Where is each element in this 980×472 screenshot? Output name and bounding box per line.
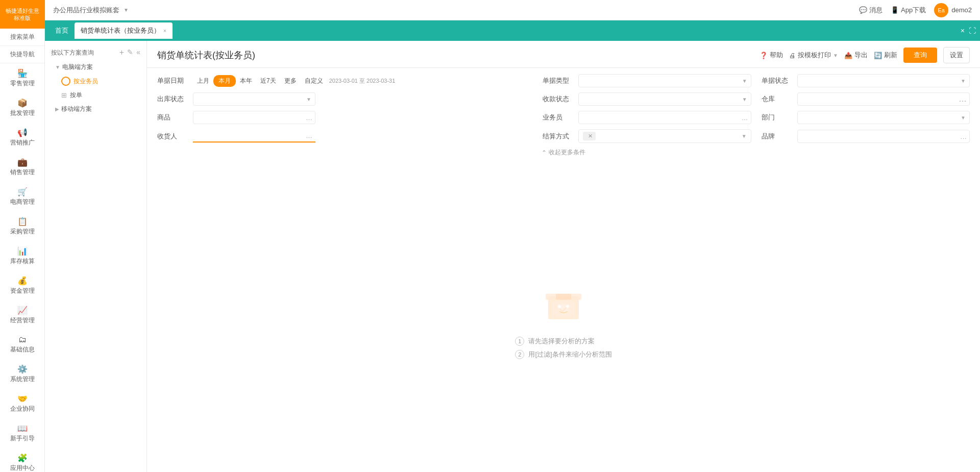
date-btn-more[interactable]: 更多 [280,75,301,87]
tab-home[interactable]: 首页 [49,22,75,39]
out-status-select[interactable] [193,92,315,106]
department-select[interactable] [797,111,970,124]
out-status-label: 出库状态 [157,95,193,104]
recipient-control: … [193,130,315,143]
tree-arrow-pc: ▼ [55,64,60,70]
enterprise-icon: 🤝 [17,394,28,404]
template-print-button[interactable]: 🖨 按模板打印 ▼ [789,51,838,60]
sidebar-quick-nav[interactable]: 快捷导航 [0,46,44,63]
export-button[interactable]: 📤 导出 [844,51,868,60]
sidebar-item-newbie[interactable]: 📖 新手引导 [0,418,44,448]
brand-dots[interactable]: … [960,132,967,140]
recipient-input[interactable] [193,130,315,143]
sidebar-item-inventory[interactable]: 📊 库存核算 [0,241,44,271]
filter-doc-type: 单据类型 ▼ [543,74,751,87]
date-btn-7days[interactable]: 近7天 [256,75,280,87]
logo-subtext: 标准版 [14,14,31,21]
sidebar-item-purchase-label: 采购管理 [10,227,35,236]
tree-arrow-mobile: ▶ [55,106,59,112]
sidebar-item-finance[interactable]: 💰 资金管理 [0,271,44,300]
refresh-button[interactable]: 🔄 刷新 [874,51,897,60]
collapse-button[interactable]: ⌃ 收起更多条件 [157,148,970,157]
tab-active[interactable]: 销货单统计表（按业务员） × [75,22,173,39]
tree-item-pc[interactable]: ▼ 电脑端方案 [45,60,146,74]
tree-item-mobile[interactable]: ▶ 移动端方案 [45,102,146,116]
filter-row-3: 商品 … 业务员 … 部门 [157,111,970,124]
main: 办公用品行业模拟账套 ▼ 💬 消息 📱 App下载 Ea demo2 首页 [45,0,980,472]
ecommerce-icon: 🛒 [17,187,28,197]
tab-bar: 首页 销货单统计表（按业务员） × × ⛶ [45,20,980,41]
filter-date: 单据日期 上月 本月 本年 近7天 更多 自定义 2023-03-01 至 20… [157,75,532,87]
sidebar-item-enterprise[interactable]: 🤝 企业协同 [0,389,44,418]
page-title: 销货单统计表(按业务员) [157,49,255,61]
date-btn-this-month[interactable]: 本月 [213,75,236,87]
sidebar-item-newbie-label: 新手引导 [10,434,35,443]
warehouse-input[interactable] [797,92,970,106]
sidebar-item-sales[interactable]: 💼 销售管理 [0,152,44,182]
recipient-label: 收货人 [157,132,193,141]
collapse-chevron: ⌃ [542,149,547,156]
sidebar-item-marketing[interactable]: 📢 营销推广 [0,123,44,152]
sidebar-item-purchase[interactable]: 📋 采购管理 [0,211,44,241]
sidebar-item-ecommerce[interactable]: 🛒 电商管理 [0,182,44,211]
add-scheme-button[interactable]: + [119,48,124,57]
payment-label: 结算方式 [543,132,578,141]
tree-child-order[interactable]: ⊞ 按单 [57,88,146,102]
collapse-panel-button[interactable]: « [136,48,140,57]
sidebar: 畅捷通好生意 标准版 搜索菜单 快捷导航 🏪 零售管理 📦 批发管理 📢 营销推… [0,0,45,472]
goods-control: … [193,111,315,124]
newbie-icon: 📖 [17,423,28,433]
goods-dots[interactable]: … [306,114,312,122]
filter-out-status: 出库状态 ▼ [157,92,532,106]
sidebar-item-basic[interactable]: 🗂 基础信息 [0,330,44,359]
settings-button[interactable]: 设置 [943,47,970,63]
doc-type-label: 单据类型 [543,76,578,85]
brand-input[interactable] [797,130,970,143]
filter-receive-status: 收款状态 ▼ [543,92,751,106]
user-menu[interactable]: Ea demo2 [934,3,972,17]
payment-tag-remove[interactable]: ✕ [588,133,593,139]
filter-row-1: 单据日期 上月 本月 本年 近7天 更多 自定义 2023-03-01 至 20… [157,74,970,87]
doc-type-select[interactable] [578,74,751,87]
dropdown-icon[interactable]: ▼ [124,7,129,13]
date-btn-custom[interactable]: 自定义 [301,75,327,87]
warehouse-label: 仓库 [762,95,797,104]
tip-num-1: 1 [515,337,524,346]
sidebar-item-apps[interactable]: 🧩 应用中心 [0,448,44,472]
date-btn-last-month[interactable]: 上月 [193,75,213,87]
edit-scheme-button[interactable]: ✎ [127,48,133,57]
department-control: ▼ [797,111,970,124]
salesperson-dots[interactable]: … [742,114,748,122]
sidebar-item-system[interactable]: ⚙️ 系统管理 [0,359,44,389]
sidebar-item-operation[interactable]: 📈 经营管理 [0,300,44,330]
svg-rect-4 [553,301,574,316]
content: 按以下方案查询 + ✎ « ▼ 电脑端方案 按业务员 [45,41,980,472]
help-button[interactable]: ❓ 帮助 [760,51,783,60]
salesperson-input[interactable] [578,111,751,124]
query-button[interactable]: 查询 [903,48,937,63]
app-icon: 📱 [891,6,899,14]
recipient-dots[interactable]: … [306,132,312,139]
tab-close-icon[interactable]: × [163,28,166,34]
close-window-icon[interactable]: × [961,27,965,35]
app-label: App下载 [901,6,926,15]
salesperson-badge [61,77,70,86]
app-download-button[interactable]: 📱 App下载 [891,6,926,15]
sidebar-search[interactable]: 搜索菜单 [0,29,44,46]
sidebar-item-wholesale[interactable]: 📦 批发管理 [0,93,44,123]
basic-icon: 🗂 [18,335,27,344]
message-button[interactable]: 💬 消息 [859,6,883,15]
sidebar-item-ecommerce-label: 电商管理 [10,198,35,206]
tree-child-salesperson[interactable]: 按业务员 [57,74,146,88]
receive-status-select[interactable] [578,92,751,106]
sidebar-item-retail[interactable]: 🏪 零售管理 [0,63,44,93]
expand-icon[interactable]: ⛶ [969,27,976,35]
doc-status-select[interactable] [797,74,970,87]
payment-arrow[interactable]: ▼ [742,133,747,139]
date-btn-this-year[interactable]: 本年 [236,75,256,87]
print-dropdown-icon[interactable]: ▼ [833,53,838,58]
account-name: 办公用品行业模拟账套 [53,6,119,15]
avatar: Ea [934,3,948,17]
warehouse-dots[interactable]: … [959,95,967,104]
goods-input[interactable] [193,111,315,124]
